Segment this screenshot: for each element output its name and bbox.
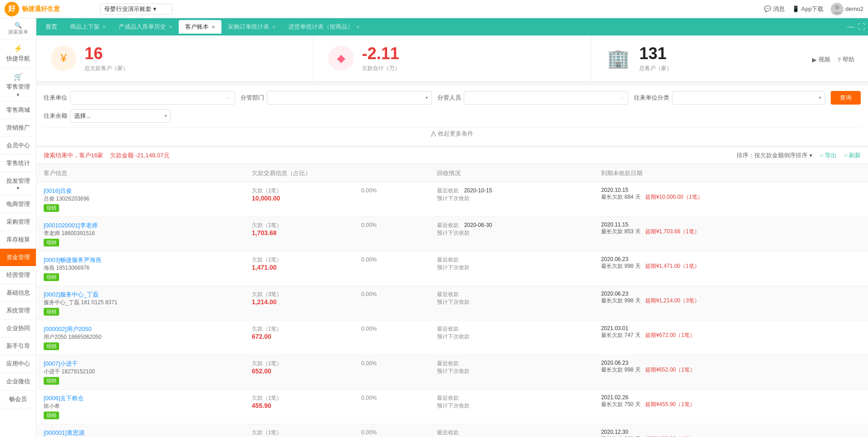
sidebar-item-member-plus[interactable]: 畅会员 [0, 391, 36, 408]
customer-name[interactable]: [0006]去下粮仓 [44, 394, 237, 402]
sidebar-search[interactable]: 🔍 搜索菜单 [0, 18, 36, 40]
filter-label-unit: 往来单位 [44, 94, 67, 102]
sidebar-item-ecommerce[interactable]: 电商管理 [0, 196, 36, 213]
sort-label: 排序：按欠款金额倒序排序 [737, 151, 808, 160]
stat-label-customers: 总欠款客户（家） [85, 65, 128, 72]
sidebar-item-purchase[interactable]: 采购管理 [0, 213, 36, 231]
tab-close-production[interactable]: ✕ [169, 25, 172, 30]
tab-expand-icon[interactable]: ⛶ [858, 23, 865, 31]
tab-inbound-stats[interactable]: 进货单统计表（按商品） ✕ [282, 20, 366, 34]
tab-close-inbound[interactable]: ✕ [356, 25, 360, 30]
customer-info-cell: [0003]畅捷服务尹海燕 海燕 18513066976 现销 [36, 251, 245, 286]
sidebar-item-operations[interactable]: 经营管理 [0, 266, 36, 284]
tab-close-customer[interactable]: ✕ [211, 25, 215, 30]
overdue-link[interactable]: 超期¥652.00（1笔） [645, 367, 695, 373]
customer-name[interactable]: [0001020001]李老师 [44, 221, 237, 230]
sort-select[interactable]: 排序：按欠款金额倒序排序 ▾ [737, 151, 813, 160]
sidebar-item-quick-nav[interactable]: ⚡ 快捷导航 [0, 40, 36, 68]
filter-item-dept: 分管部门 ▾ [241, 91, 432, 105]
message-icon: 💬 [764, 5, 771, 12]
logo-text: 畅捷通好生意 [22, 5, 60, 13]
sidebar-item-app-center[interactable]: 应用中心 [0, 355, 36, 373]
collapse-button[interactable]: ⋀ 收起更多条件 [44, 127, 861, 140]
collection-cell: 最近收款 预计下次收款 [430, 389, 594, 424]
filter-input-person[interactable]: ··· [464, 91, 629, 105]
due-date-cell: 2020.12.30 最长欠款 808 天 超期¥429.00（1笔） [594, 424, 868, 437]
tab-close-purchase[interactable]: ✕ [272, 25, 276, 30]
debt-label: 欠款（3笔） [252, 291, 343, 298]
sidebar-item-finance[interactable]: 资金管理 [0, 249, 36, 266]
video-button[interactable]: ▶ 视频 [812, 55, 830, 64]
stat-label-total: 总客户（家） [639, 65, 672, 72]
overdue-link[interactable]: 超期¥455.90（1笔） [645, 401, 695, 407]
overdue-info: 最长欠款 998 天 超期¥652.00（1笔） [601, 366, 861, 374]
overdue-link[interactable]: 超期¥429.00（1笔） [645, 436, 695, 437]
filter-select-dept[interactable]: ▾ [267, 91, 432, 105]
customer-badge: 现销 [44, 342, 59, 350]
customer-phone: 陈小希 [44, 402, 237, 410]
overdue-link[interactable]: 超期¥10,000.00（1笔） [645, 194, 703, 200]
debt-amount[interactable]: 1,214.00 [252, 298, 343, 306]
customer-name[interactable]: [000001]黄思源 [44, 429, 237, 437]
customer-name[interactable]: [000002]用户2050 [44, 325, 237, 333]
tab-production-history[interactable]: 产成品入库单历史 ✕ [112, 20, 179, 34]
debt-amount[interactable]: 652.00 [252, 367, 343, 375]
tab-purchase-stats[interactable]: 采购订单统计表 ✕ [221, 20, 282, 34]
tab-product-listing[interactable]: 商品上下架 ✕ [64, 20, 112, 34]
debt-amount[interactable]: 1,703.68 [252, 229, 343, 236]
message-button[interactable]: 💬 消息 [764, 5, 785, 13]
debt-amount[interactable]: 1,471.00 [252, 264, 343, 271]
due-date-value: 2021.03.01 [601, 325, 861, 332]
store-selector[interactable]: 母婴行业演示账套 ▾ [100, 4, 173, 15]
tab-close-product-listing[interactable]: ✕ [102, 25, 106, 30]
filter-select-balance[interactable]: 选择... ▾ [70, 109, 171, 123]
refresh-button[interactable]: ○ 刷新 [844, 151, 861, 160]
sidebar-item-member[interactable]: 会员中心 [0, 137, 36, 155]
customer-name[interactable]: [0007]小进干 [44, 360, 237, 368]
search-button[interactable]: 查询 [831, 91, 861, 105]
sidebar-item-retail-stats[interactable]: 零售统计 [0, 155, 36, 172]
th-collection: 回收情况 [430, 165, 594, 182]
stat-content-total: 131 总客户（家） [639, 45, 672, 72]
app-download-button[interactable]: 📱 App下载 [792, 5, 823, 13]
customer-name[interactable]: [0016]吕俊 [44, 187, 237, 195]
diamond-circle-icon: ◆ [328, 45, 354, 71]
sidebar-item-enterprise[interactable]: 企业协同 [0, 320, 36, 337]
sidebar-item-guide[interactable]: 新手引导 [0, 337, 36, 355]
export-button[interactable]: ○ 导出 [820, 151, 837, 160]
customer-info-cell: [0007]小进干 小进干 18279152100 现销 [36, 355, 245, 389]
sidebar-item-retail-mgmt[interactable]: 🛒 零售管理 ▲ [0, 68, 36, 101]
sidebar-item-system[interactable]: 系统管理 [0, 302, 36, 320]
sidebar-item-wholesale[interactable]: 批发管理 ▼ [0, 172, 36, 196]
filter-item-unit: 往来单位 ··· [44, 91, 235, 105]
filter-input-unit[interactable]: ··· [70, 91, 235, 105]
chevron-icon: ▲ [16, 92, 20, 96]
filter-select-category[interactable]: ▾ [672, 91, 825, 105]
overdue-link[interactable]: 超期¥672.00（1笔） [645, 332, 695, 338]
sidebar-item-retail-mall[interactable]: 零售商城 [0, 101, 36, 119]
sidebar-item-basic-info[interactable]: 基础信息 [0, 284, 36, 302]
collection-cell: 最近收款 预计下次收款 [430, 424, 594, 437]
debt-amount[interactable]: 10,000.00 [252, 195, 343, 202]
chevron-down-dept-icon: ▾ [426, 95, 428, 100]
stat-icon-yuan: ¥ [50, 45, 77, 72]
due-date-value: 2020.10.15 [601, 187, 861, 193]
customer-name[interactable]: [0003]畅捷服务尹海燕 [44, 256, 237, 264]
sidebar-item-marketing[interactable]: 营销推广 [0, 119, 36, 137]
debt-amount[interactable]: 672.00 [252, 333, 343, 340]
sidebar-item-wechat[interactable]: 企业微信 [0, 373, 36, 391]
overdue-link[interactable]: 超期¥1,214.00（3笔） [645, 297, 700, 304]
debt-amount[interactable]: 455.90 [252, 402, 343, 409]
overdue-link[interactable]: 超期¥1,703.68（1笔） [645, 228, 700, 235]
tab-customer-account[interactable]: 客户账本 ✕ [179, 20, 221, 34]
sidebar-item-inventory[interactable]: 库存核算 [0, 231, 36, 249]
tab-minimize-icon[interactable]: — [847, 23, 854, 31]
customer-name[interactable]: [0002]服务中心_丁磊 [44, 291, 237, 299]
help-button[interactable]: ? 帮助 [838, 55, 854, 64]
tab-home[interactable]: 首页 [39, 20, 64, 34]
tab-bar: 首页 商品上下架 ✕ 产成品入库单历史 ✕ 客户账本 ✕ 采购订单统计表 ✕ [36, 18, 868, 35]
overdue-link[interactable]: 超期¥1,471.00（1笔） [645, 263, 700, 269]
debt-info-cell: 欠款（1笔） 1,471.00 [245, 251, 351, 286]
overdue-info: 最长欠款 750 天 超期¥455.90（1笔） [601, 401, 861, 408]
user-menu-button[interactable]: demo2 [831, 3, 863, 15]
